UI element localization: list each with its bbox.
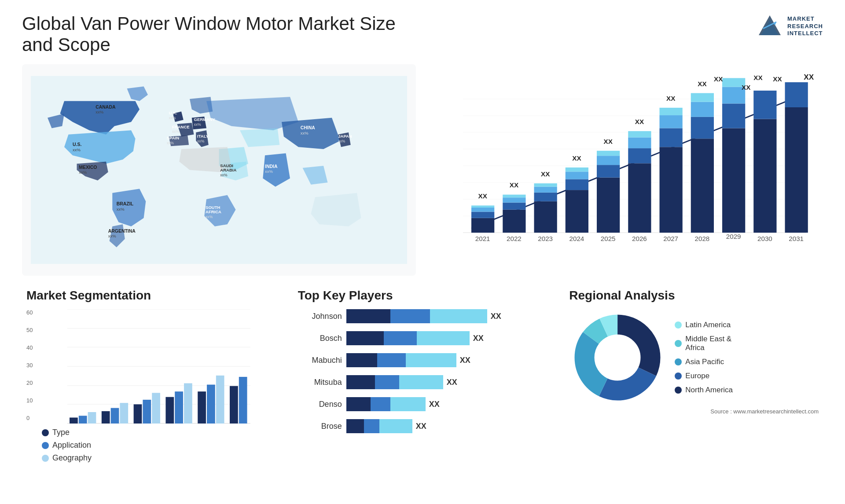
svg-rect-50 [471, 208, 494, 212]
svg-rect-93 [691, 93, 714, 102]
svg-text:xx%: xx% [220, 173, 228, 177]
logo-area: MARKET RESEARCH INTELLECT [757, 13, 823, 40]
svg-rect-120 [79, 416, 87, 424]
player-row-mabuchi: Mabuchi XX [298, 353, 547, 367]
legend-type-dot [42, 429, 49, 436]
svg-text:XX: XX [635, 118, 644, 125]
regional-legend: Latin America Middle East &Africa Asia P… [675, 321, 733, 394]
svg-text:XX: XX [604, 138, 613, 145]
segmentation-section: Market Segmentation 0 10 20 30 40 50 60 [22, 284, 280, 467]
svg-rect-56 [503, 197, 525, 202]
svg-text:XX: XX [714, 75, 723, 83]
svg-text:xx%: xx% [265, 169, 273, 174]
svg-rect-97 [722, 103, 745, 128]
mea-dot [675, 340, 682, 347]
svg-rect-134 [230, 386, 238, 424]
player-row-bosch: Bosch XX [298, 331, 547, 345]
svg-text:XX: XX [541, 170, 550, 178]
legend-geography-dot [42, 455, 49, 462]
svg-text:XX: XX [698, 80, 706, 88]
latin-america-dot [675, 321, 682, 329]
regional-title: Regional Analysis [569, 289, 819, 303]
svg-text:U.K.: U.K. [169, 110, 177, 115]
svg-text:2025: 2025 [601, 235, 616, 242]
svg-rect-132 [207, 385, 215, 424]
svg-text:xx%: xx% [197, 139, 205, 143]
svg-rect-90 [691, 139, 714, 233]
svg-text:xx%: xx% [79, 170, 87, 175]
svg-point-147 [595, 336, 639, 380]
bar-chart-svg: XX 2021 XX 2022 XX 2023 [438, 73, 814, 267]
svg-rect-75 [597, 151, 620, 156]
svg-rect-69 [566, 168, 588, 172]
key-players-title: Top Key Players [298, 289, 547, 303]
svg-text:2029: 2029 [726, 233, 741, 240]
svg-text:XX: XX [804, 73, 814, 81]
svg-rect-135 [239, 377, 247, 424]
svg-rect-106 [785, 82, 808, 107]
svg-rect-119 [70, 417, 78, 424]
svg-rect-73 [597, 165, 620, 178]
world-map-svg: CANADA xx% U.S. xx% MEXICO xx% BRAZIL xx… [31, 73, 407, 267]
svg-text:AFRICA: AFRICA [206, 209, 221, 214]
header: Global Van Power Window Motor Market Siz… [22, 13, 823, 55]
player-row-brose: Brose XX [298, 419, 547, 433]
svg-text:XX: XX [753, 74, 762, 81]
legend-type: Type [42, 428, 276, 437]
svg-rect-48 [471, 218, 494, 233]
svg-rect-125 [134, 404, 142, 424]
svg-rect-62 [534, 187, 557, 193]
segmentation-title: Market Segmentation [26, 289, 276, 303]
svg-text:xx%: xx% [73, 147, 81, 152]
north-america-dot [675, 387, 682, 394]
player-row-johnson: Johnson XX [298, 309, 547, 323]
europe-dot [675, 373, 682, 380]
svg-rect-126 [143, 400, 151, 424]
asia-pacific-dot [675, 358, 682, 365]
svg-text:XX: XX [572, 154, 581, 162]
svg-text:SPAIN: SPAIN [167, 135, 179, 140]
logo-icon [757, 13, 783, 40]
legend-europe: Europe [675, 372, 733, 380]
svg-rect-86 [660, 115, 683, 128]
svg-text:U.S.: U.S. [73, 142, 81, 147]
svg-text:xx%: xx% [206, 215, 213, 219]
svg-rect-49 [471, 212, 494, 218]
legend-asia-pacific: Asia Pacific [675, 358, 733, 366]
svg-rect-122 [102, 411, 110, 424]
svg-rect-78 [628, 163, 651, 233]
legend-geography: Geography [42, 453, 276, 463]
svg-text:xx%: xx% [338, 139, 345, 143]
svg-rect-57 [503, 195, 525, 198]
svg-rect-124 [120, 403, 128, 424]
svg-rect-66 [566, 190, 588, 233]
map-section: CANADA xx% U.S. xx% MEXICO xx% BRAZIL xx… [22, 64, 416, 276]
svg-rect-121 [88, 412, 96, 424]
svg-text:ITALY: ITALY [197, 134, 209, 139]
svg-text:BRAZIL: BRAZIL [117, 201, 134, 206]
svg-text:2022: 2022 [507, 235, 522, 242]
svg-text:2023: 2023 [538, 235, 553, 242]
page-title: Global Van Power Window Motor Market Siz… [22, 13, 418, 55]
svg-rect-67 [566, 179, 588, 190]
svg-text:2024: 2024 [569, 235, 584, 242]
svg-rect-131 [198, 391, 206, 424]
svg-rect-68 [566, 172, 588, 179]
svg-text:SOUTH: SOUTH [206, 205, 220, 210]
svg-rect-123 [111, 408, 119, 424]
svg-rect-61 [534, 193, 557, 201]
svg-rect-60 [534, 201, 557, 233]
svg-rect-87 [660, 108, 683, 115]
legend-application-dot [42, 442, 49, 449]
svg-rect-51 [471, 205, 494, 208]
page-container: Global Van Power Window Motor Market Siz… [0, 0, 845, 504]
svg-text:ARGENTINA: ARGENTINA [108, 229, 136, 234]
svg-text:2027: 2027 [663, 235, 678, 242]
svg-text:SAUDI: SAUDI [220, 163, 233, 168]
legend-application: Application [42, 441, 276, 450]
svg-text:XX: XX [510, 181, 518, 189]
svg-text:ARABIA: ARABIA [220, 168, 236, 172]
svg-text:xx%: xx% [301, 131, 309, 135]
player-row-mitsuba: Mitsuba XX [298, 375, 547, 389]
svg-rect-54 [503, 210, 525, 233]
